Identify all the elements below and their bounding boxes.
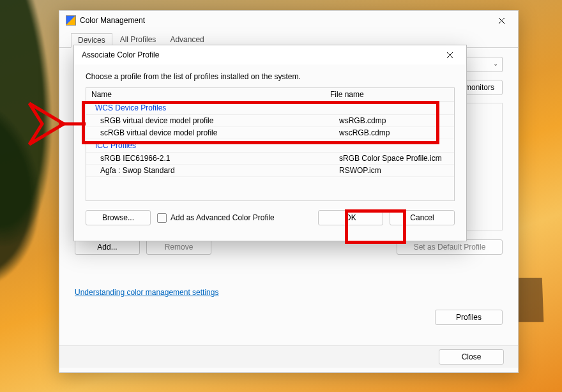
add-button-label: Add... bbox=[97, 243, 117, 252]
chevron-down-icon: ⌄ bbox=[493, 60, 498, 67]
column-header-filename[interactable]: File name bbox=[328, 90, 454, 99]
profile-row[interactable]: scRGB virtual device model profile wscRG… bbox=[86, 127, 454, 139]
ok-button-label: OK bbox=[345, 213, 356, 222]
group-icc-profiles: ICC Profiles bbox=[86, 139, 454, 153]
add-as-advanced-checkbox[interactable]: Add as Advanced Color Profile bbox=[157, 213, 275, 223]
close-button[interactable]: Close bbox=[439, 349, 504, 365]
window-title: Color Management bbox=[80, 16, 487, 25]
cancel-button-label: Cancel bbox=[410, 213, 434, 222]
column-header-name[interactable]: Name bbox=[86, 90, 328, 99]
profile-row[interactable]: Agfa : Swop Standard RSWOP.icm bbox=[86, 165, 454, 177]
profile-file: wscRGB.cdmp bbox=[337, 128, 454, 137]
window-titlebar: Color Management bbox=[59, 11, 518, 30]
profile-name: sRGB virtual device model profile bbox=[86, 116, 337, 125]
profile-list[interactable]: Name File name WCS Device Profiles sRGB … bbox=[86, 87, 455, 201]
profile-file: RSWOP.icm bbox=[337, 166, 454, 175]
window-close-button[interactable] bbox=[487, 11, 515, 30]
window-footer: Close bbox=[59, 345, 518, 368]
close-button-label: Close bbox=[462, 352, 482, 361]
close-icon bbox=[446, 52, 453, 59]
group-wcs-device-profiles: WCS Device Profiles bbox=[86, 102, 454, 115]
checkbox-box bbox=[157, 213, 167, 223]
cancel-button[interactable]: Cancel bbox=[390, 210, 455, 225]
profile-file: sRGB Color Space Profile.icm bbox=[337, 154, 454, 163]
desktop-wallpaper: Color Management Devices All Profiles Ad… bbox=[0, 0, 562, 392]
dialog-instruction: Choose a profile from the list of profil… bbox=[86, 72, 455, 81]
profile-name: sRGB IEC61966-2.1 bbox=[86, 154, 337, 163]
dialog-titlebar: Associate Color Profile bbox=[74, 45, 466, 64]
remove-button[interactable]: Remove bbox=[146, 239, 211, 255]
profile-name: scRGB virtual device model profile bbox=[86, 128, 337, 137]
browse-button-label: Browse... bbox=[102, 213, 134, 222]
list-header: Name File name bbox=[86, 88, 454, 102]
remove-button-label: Remove bbox=[165, 243, 194, 252]
browse-button[interactable]: Browse... bbox=[86, 210, 151, 225]
profile-row[interactable]: sRGB IEC61966-2.1 sRGB Color Space Profi… bbox=[86, 153, 454, 165]
understanding-link[interactable]: Understanding color management settings bbox=[75, 288, 218, 297]
add-button[interactable]: Add... bbox=[75, 239, 140, 255]
profile-file: wsRGB.cdmp bbox=[337, 116, 454, 125]
profile-name: Agfa : Swop Standard bbox=[86, 166, 337, 175]
profiles-button[interactable]: Profiles bbox=[435, 310, 503, 325]
set-default-label: Set as Default Profile bbox=[414, 243, 486, 252]
associate-color-profile-dialog: Associate Color Profile Choose a profile… bbox=[73, 45, 467, 241]
ok-button[interactable]: OK bbox=[318, 210, 383, 225]
dialog-title: Associate Color Profile bbox=[82, 50, 436, 59]
checkbox-label: Add as Advanced Color Profile bbox=[171, 213, 275, 222]
profile-row[interactable]: sRGB virtual device model profile wsRGB.… bbox=[86, 115, 454, 127]
profiles-button-label: Profiles bbox=[456, 313, 482, 322]
close-icon bbox=[498, 17, 505, 24]
set-default-profile-button[interactable]: Set as Default Profile bbox=[397, 239, 503, 255]
dialog-close-button[interactable] bbox=[436, 45, 464, 64]
app-icon bbox=[66, 15, 76, 26]
